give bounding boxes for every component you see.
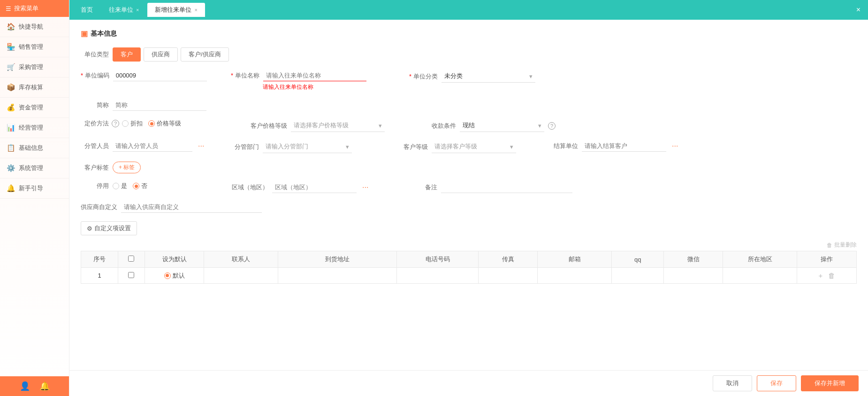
cell-address	[278, 268, 397, 284]
sidebar-item-inventory[interactable]: 📦 库存核算	[0, 78, 69, 98]
short-name-row: 简称	[81, 100, 857, 111]
unit-name-group: 单位名称 请输入往来单位名称	[231, 70, 409, 91]
disabled-group: 停用 是 否	[81, 182, 231, 190]
unit-type-group-wrapper: 单位类型 客户 供应商 客户/供应商	[81, 47, 297, 62]
radio-yes-outer	[113, 183, 119, 189]
unit-code-input[interactable]	[113, 70, 207, 81]
select-all-checkbox[interactable]	[128, 256, 134, 262]
supplier-custom-input[interactable]	[121, 202, 262, 213]
section-title: ▣ 基本信息	[81, 29, 857, 38]
short-name-input[interactable]	[113, 100, 206, 111]
sidebar-item-quick-nav[interactable]: 🏠 快捷导航	[0, 17, 69, 37]
custom-settings-button[interactable]: ⚙ 自定义项设置	[81, 221, 137, 235]
batch-delete-label[interactable]: 批量删除	[834, 241, 857, 249]
disabled-label: 停用	[81, 182, 109, 190]
remark-input[interactable]	[441, 182, 572, 193]
settlement-input[interactable]	[582, 140, 666, 152]
cell-contact	[204, 268, 278, 284]
fax-input[interactable]	[482, 272, 533, 279]
section-title-icon: ▣	[81, 29, 88, 38]
radio-yes-label: 是	[121, 182, 127, 190]
main-close-button[interactable]: ×	[853, 6, 864, 14]
sidebar-item-finance[interactable]: 💰 资金管理	[0, 98, 69, 118]
pricing-method-label: 定价方法	[81, 119, 109, 128]
cell-qq	[612, 268, 664, 284]
region-more-btn[interactable]: ···	[360, 183, 370, 192]
pricing-help-icon[interactable]: ?	[112, 120, 119, 127]
payment-terms-select[interactable]: 现结 ▾	[460, 119, 544, 132]
customer-price-level-group: 客户价格等级 请选择客户价格等级 ▾	[250, 119, 428, 132]
pricing-row: 定价方法 ? 折扣 价格等级 客户价格等级	[81, 119, 857, 132]
phone-input[interactable]	[401, 272, 474, 279]
unit-category-value: 未分类	[444, 72, 463, 80]
unit-code-label: 单位编码	[81, 71, 109, 80]
radio-level-inner	[150, 122, 153, 125]
radio-no[interactable]: 否	[133, 182, 147, 190]
qq-input[interactable]	[616, 272, 660, 279]
payment-terms-group: 收款条件 现结 ▾ ?	[428, 119, 597, 132]
row-checkbox[interactable]	[128, 272, 134, 278]
col-checkbox	[118, 251, 145, 268]
delete-row-button[interactable]: 🗑	[826, 271, 837, 280]
tab-contacts[interactable]: 往来单位 ×	[101, 3, 146, 17]
sidebar-item-sales[interactable]: 🏪 销售管理	[0, 37, 69, 57]
manager-input[interactable]	[113, 140, 192, 152]
cell-region	[723, 268, 797, 284]
cell-default: 默认	[145, 268, 204, 284]
radio-yes[interactable]: 是	[113, 182, 127, 190]
col-default: 设为默认	[145, 251, 204, 268]
sidebar-search[interactable]: ☰ 搜索菜单	[0, 0, 69, 17]
cell-index: 1	[81, 268, 118, 284]
department-select[interactable]: 请输入分管部门 ▾	[263, 140, 352, 153]
tab-contacts-close[interactable]: ×	[136, 7, 139, 13]
sidebar-item-purchase[interactable]: 🛒 采购管理	[0, 57, 69, 78]
row-region-input[interactable]	[727, 272, 793, 279]
sidebar-item-system[interactable]: ⚙️ 系统管理	[0, 158, 69, 179]
sidebar-item-operations[interactable]: 📊 经营管理	[0, 118, 69, 138]
row-default-radio[interactable]: 默认	[149, 272, 200, 280]
row-default-label: 默认	[173, 272, 185, 280]
email-input[interactable]	[541, 272, 608, 279]
manager-more-btn[interactable]: ···	[196, 142, 206, 150]
address-input[interactable]	[282, 272, 393, 279]
add-row-button[interactable]: +	[817, 271, 825, 280]
unit-btn-supplier[interactable]: 供应商	[144, 47, 178, 62]
form-footer: 取消 保存 保存并新增	[69, 370, 868, 396]
unit-name-input[interactable]	[263, 70, 366, 81]
radio-no-label: 否	[141, 182, 147, 190]
settlement-more-btn[interactable]: ···	[670, 142, 680, 150]
operations-icon: 📊	[7, 124, 15, 132]
wechat-input[interactable]	[668, 272, 719, 279]
sidebar-item-guide[interactable]: 🔔 新手引导	[0, 179, 69, 199]
cell-checkbox	[118, 268, 145, 284]
sidebar-item-basic-info[interactable]: 📋 基础信息	[0, 138, 69, 158]
customer-price-select[interactable]: 请选择客户价格等级 ▾	[291, 119, 385, 132]
tag-group: 客户标签 + 标签	[81, 162, 857, 173]
footer-bell-icon: 🔔	[39, 381, 50, 391]
sidebar-search-label: 搜索菜单	[14, 4, 38, 13]
save-new-button[interactable]: 保存并新增	[801, 375, 859, 391]
contact-input[interactable]	[208, 272, 274, 279]
add-tag-button[interactable]: + 标签	[113, 162, 141, 173]
cell-phone	[397, 268, 479, 284]
col-phone: 电话号码	[397, 251, 479, 268]
home-icon: 🏠	[7, 23, 15, 31]
region-input[interactable]	[272, 182, 357, 193]
save-button[interactable]: 保存	[757, 375, 796, 391]
unit-category-caret: ▾	[529, 73, 533, 80]
unit-btn-both[interactable]: 客户/供应商	[181, 47, 229, 62]
table-row: 1 默认	[81, 268, 857, 284]
customer-level-select[interactable]: 请选择客户等级 ▾	[432, 140, 516, 153]
col-qq: qq	[612, 251, 664, 268]
cell-fax	[479, 268, 538, 284]
unit-btn-customer[interactable]: 客户	[113, 47, 141, 62]
tab-new-contacts-close[interactable]: ×	[194, 7, 197, 13]
payment-help-icon[interactable]: ?	[548, 122, 556, 130]
radio-discount[interactable]: 折扣	[122, 119, 143, 128]
cancel-button[interactable]: 取消	[713, 375, 752, 391]
tag-label: 客户标签	[81, 163, 109, 172]
tab-home[interactable]: 首页	[73, 3, 100, 17]
tab-new-contacts[interactable]: 新增往来单位 ×	[147, 3, 205, 17]
radio-level[interactable]: 价格等级	[148, 119, 181, 128]
unit-category-select[interactable]: 未分类 ▾	[442, 70, 535, 83]
